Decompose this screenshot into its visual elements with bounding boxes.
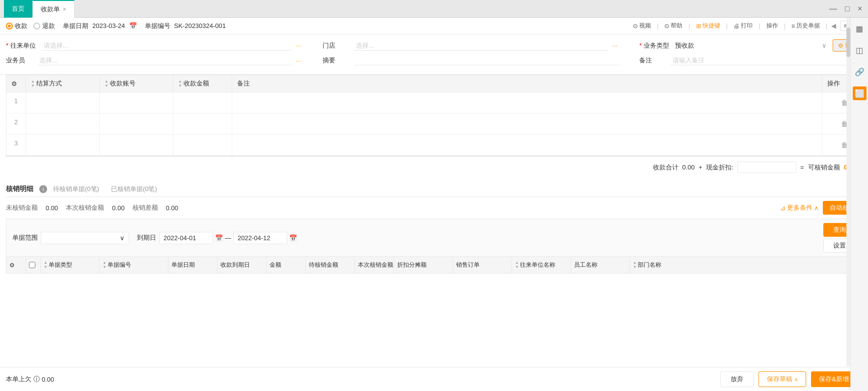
btcol-checkbox[interactable] xyxy=(26,257,41,273)
tab-receipt[interactable]: 收款单 × xyxy=(32,0,75,18)
history-btn[interactable]: ≡ 历史单据 xyxy=(789,21,822,31)
btcol-number-label: 单据编号 xyxy=(108,261,131,269)
current-value: 0.00 xyxy=(112,204,124,212)
date-to-input[interactable] xyxy=(233,232,287,244)
row-1-account[interactable] xyxy=(100,92,173,113)
range-field: 单据范围 ∨ xyxy=(12,232,129,244)
notes-input[interactable] xyxy=(671,56,862,65)
minimize-icon[interactable]: — xyxy=(827,4,839,13)
scrollbar-thumb[interactable] xyxy=(846,28,850,57)
counterparty-more-icon[interactable]: ··· xyxy=(294,42,303,49)
store-more-icon[interactable]: ··· xyxy=(610,42,620,49)
sidebar-layout-icon[interactable]: ◫ xyxy=(853,43,867,57)
calendar-to-icon[interactable]: 📅 xyxy=(289,234,297,242)
tab-close-icon[interactable]: × xyxy=(63,6,66,13)
row-2-settlement[interactable] xyxy=(26,113,100,134)
btcol-settings[interactable]: ⚙ xyxy=(6,257,26,273)
range-select[interactable]: ∨ xyxy=(41,232,129,244)
close-window-icon[interactable]: × xyxy=(856,4,864,13)
salesperson-field: 业务员 ··· xyxy=(6,56,303,65)
btcol-pending: 待核销金额 xyxy=(306,257,355,273)
help-btn[interactable]: ⊙ 帮助 xyxy=(662,21,684,31)
row-1-settlement[interactable] xyxy=(26,92,100,113)
equals-sign: = xyxy=(800,164,804,171)
unverified-label: 未核销金额 xyxy=(6,203,38,212)
btcol-number: ▲▼ 单据编号 xyxy=(100,257,168,273)
business-type-value: 预收款 xyxy=(675,41,820,50)
notes-label: 备注 xyxy=(639,56,669,65)
radio-receipt[interactable]: 收款 xyxy=(6,22,27,30)
number-value: SK-20230324-001 xyxy=(174,22,226,29)
calendar-from-icon[interactable]: 📅 xyxy=(215,234,223,242)
more-conditions-label: 更多条件 xyxy=(787,203,813,212)
shortcut-btn[interactable]: ⊞ 快捷键 xyxy=(694,21,722,31)
row-2-account[interactable] xyxy=(100,113,173,134)
row-3-settlement[interactable] xyxy=(26,135,100,155)
video-btn[interactable]: ⊙ 视频 xyxy=(631,21,653,31)
row-1-num: 1 xyxy=(6,92,26,113)
unverified-value: 0.00 xyxy=(46,204,58,212)
salesperson-more-icon[interactable]: ··· xyxy=(294,57,303,64)
sidebar-table-icon[interactable]: ▦ xyxy=(853,22,867,35)
footer-info-value: 0.00 xyxy=(42,376,54,383)
footer-info-label: 本单上欠 xyxy=(6,375,31,384)
row-2-amount[interactable] xyxy=(173,113,232,134)
row-3-account[interactable] xyxy=(100,135,173,155)
window-controls: — □ × xyxy=(827,4,864,13)
bottom-table-header: ⚙ ▲▼ 单据类型 ▲▼ 单据编号 单据日期 收款到期日 金额 xyxy=(6,257,862,274)
print-icon: 🖨 xyxy=(733,23,739,29)
col-settlement: ▲▼ 结算方式 xyxy=(26,75,100,92)
number-label: 单据编号 xyxy=(145,22,170,30)
save-draft-button[interactable]: 保存草稿 ∧ xyxy=(759,371,806,387)
draft-dropdown-icon: ∧ xyxy=(794,377,798,382)
notes-field: 备注 xyxy=(639,56,862,65)
done-tab[interactable]: 已核销单据(0笔) xyxy=(111,185,157,194)
row-3-num: 3 xyxy=(6,135,26,155)
counterparty-label: 往来单位 xyxy=(10,41,40,50)
footer-buttons: 放弃 保存草稿 ∧ 保存&新增 ∧ xyxy=(720,371,862,387)
pending-tab-label: 待核销单据(0笔) xyxy=(53,185,99,193)
summary-input[interactable] xyxy=(354,56,620,65)
btcol-dept-label: 部门名称 xyxy=(638,261,661,269)
summary-row: 收款合计 0.00 + 现金折扣: = 可核销金额 0.00 xyxy=(6,156,862,178)
form-row-1: * 往来单位 ··· 门店 ··· * 业务类型 预收款 ∨ ⚙ 设置 xyxy=(6,39,862,52)
nav-prev-icon[interactable]: ◀ xyxy=(831,22,836,29)
discount-label: 现金折扣: xyxy=(706,163,733,172)
btcol-pending-label: 待核销金额 xyxy=(309,261,338,269)
info-icon[interactable]: i xyxy=(39,185,47,193)
sidebar-link-icon[interactable]: 🔗 xyxy=(853,65,867,79)
store-input[interactable] xyxy=(354,41,608,51)
more-conditions-btn[interactable]: ⊿ 更多条件 ∧ xyxy=(780,203,819,212)
btcol-type-label: 单据类型 xyxy=(49,261,72,269)
salesperson-input[interactable] xyxy=(37,56,292,65)
row-2-remarks[interactable] xyxy=(232,113,822,134)
chevron-icon: ∧ xyxy=(814,204,819,212)
business-type-dropdown-icon[interactable]: ∨ xyxy=(822,42,827,49)
date-from-input[interactable] xyxy=(159,232,213,244)
discount-input[interactable] xyxy=(737,162,796,173)
scrollbar[interactable] xyxy=(846,18,850,366)
discard-button[interactable]: 放弃 xyxy=(720,371,754,387)
table-row: 2 🗑 ⊞ xyxy=(6,113,862,135)
operations-btn[interactable]: 操作 xyxy=(764,21,780,31)
radio-refund[interactable]: 退款 xyxy=(33,22,55,30)
row-1-amount[interactable] xyxy=(173,92,232,113)
counterparty-input[interactable] xyxy=(42,41,292,51)
select-all-checkbox[interactable] xyxy=(29,262,35,268)
tab-home[interactable]: 首页 xyxy=(4,0,32,18)
business-type-label: 业务类型 xyxy=(644,41,673,50)
btcol-date: 单据日期 xyxy=(168,257,217,273)
calendar-icon[interactable]: 📅 xyxy=(129,22,137,29)
maximize-icon[interactable]: □ xyxy=(843,4,852,13)
tab-receipt-label: 收款单 xyxy=(41,5,60,14)
pending-tab[interactable]: 待核销单据(0笔) xyxy=(53,185,99,194)
row-3-remarks[interactable] xyxy=(232,135,822,155)
btcol-current: 本次核销金额 xyxy=(355,257,394,273)
print-btn[interactable]: 🖨 打印 xyxy=(732,21,755,31)
col-settings[interactable]: ⚙ xyxy=(6,75,26,92)
diff-value: 0.00 xyxy=(166,204,178,212)
sidebar-expand-icon[interactable]: ⬜ xyxy=(853,86,867,100)
row-1-remarks[interactable] xyxy=(232,92,822,113)
row-3-amount[interactable] xyxy=(173,135,232,155)
btcol-partner: ▲▼ 往来单位名称 xyxy=(512,257,571,273)
